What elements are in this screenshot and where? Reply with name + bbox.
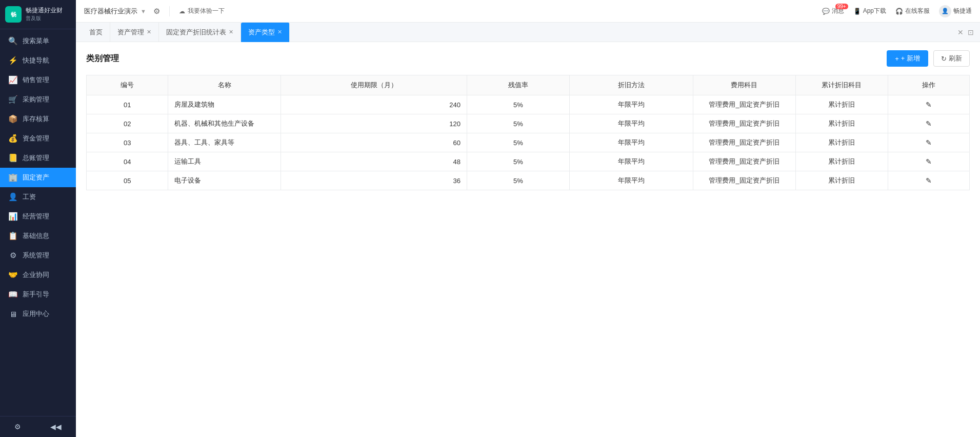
col-header-4: 折旧方法 bbox=[569, 75, 693, 95]
message-icon: 💬 bbox=[822, 8, 830, 15]
cell-1-7[interactable]: ✎ bbox=[888, 114, 969, 133]
logo-sub: 普及版 bbox=[26, 15, 63, 22]
messages-button[interactable]: 💬 消息 99+ bbox=[822, 7, 844, 15]
nav-icon-14: 🖥 bbox=[8, 310, 17, 319]
sidebar-item-0[interactable]: 🔍搜索菜单 bbox=[0, 31, 76, 51]
col-header-6: 累计折旧科目 bbox=[795, 75, 888, 95]
topbar-right: 💬 消息 99+ 📱 App下载 🎧 在线客服 👤 畅捷通 bbox=[822, 5, 972, 17]
cell-4-0: 05 bbox=[87, 171, 168, 190]
cell-0-7[interactable]: ✎ bbox=[888, 95, 969, 114]
settings-icon[interactable]: ⚙ bbox=[153, 7, 160, 16]
sidebar-item-1[interactable]: ⚡快捷导航 bbox=[0, 51, 76, 70]
refresh-icon: ↻ bbox=[941, 55, 947, 63]
logo-text: 畅捷通好业财 bbox=[26, 7, 63, 15]
cell-1-5: 管理费用_固定资产折旧 bbox=[693, 114, 795, 133]
nav-icon-5: 💰 bbox=[8, 134, 17, 143]
settings-button[interactable]: ⚙ bbox=[10, 421, 25, 433]
nav-label-5: 资金管理 bbox=[23, 134, 49, 143]
nav-label-13: 新手引导 bbox=[23, 290, 49, 299]
cell-2-4: 年限平均 bbox=[569, 133, 693, 152]
cell-3-7[interactable]: ✎ bbox=[888, 152, 969, 171]
window-controls: ✕ ⊡ bbox=[957, 28, 974, 36]
nav-label-9: 经营管理 bbox=[23, 212, 49, 221]
maximize-button[interactable]: ⊡ bbox=[968, 28, 974, 36]
tab-close-2[interactable]: ✕ bbox=[229, 29, 233, 35]
col-header-7: 操作 bbox=[888, 75, 969, 95]
tab-0[interactable]: 首页 bbox=[82, 23, 110, 42]
app-download-button[interactable]: 📱 App下载 bbox=[853, 7, 886, 15]
cell-4-1: 电子设备 bbox=[168, 171, 281, 190]
cell-1-2: 120 bbox=[281, 114, 467, 133]
tab-label-2: 固定资产折旧统计表 bbox=[166, 28, 226, 37]
user-menu[interactable]: 👤 畅捷通 bbox=[939, 5, 972, 17]
cell-1-3: 5% bbox=[467, 114, 569, 133]
sidebar-item-4[interactable]: 📦库存核算 bbox=[0, 109, 76, 129]
cell-2-1: 器具、工具、家具等 bbox=[168, 133, 281, 152]
nav-label-0: 搜索菜单 bbox=[23, 36, 49, 46]
messages-badge: 99+ bbox=[835, 4, 848, 9]
sidebar-item-9[interactable]: 📊经营管理 bbox=[0, 207, 76, 226]
tab-2[interactable]: 固定资产折旧统计表✕ bbox=[159, 23, 241, 42]
nav-label-1: 快捷导航 bbox=[23, 56, 49, 65]
nav-icon-1: ⚡ bbox=[8, 56, 17, 65]
tab-label-0: 首页 bbox=[89, 28, 103, 37]
nav-label-14: 应用中心 bbox=[23, 309, 49, 319]
cell-3-1: 运输工具 bbox=[168, 152, 281, 171]
table-row: 04运输工具485%年限平均管理费用_固定资产折旧累计折旧✎ bbox=[87, 152, 970, 171]
table-row: 03器具、工具、家具等605%年限平均管理费用_固定资产折旧累计折旧✎ bbox=[87, 133, 970, 152]
nav-label-7: 固定资产 bbox=[23, 173, 49, 182]
nav-icon-3: 🛒 bbox=[8, 95, 17, 104]
sidebar-item-11[interactable]: ⚙系统管理 bbox=[0, 246, 76, 265]
nav-icon-2: 📈 bbox=[8, 75, 17, 85]
nav-label-2: 销售管理 bbox=[23, 75, 49, 85]
plus-icon: + bbox=[895, 55, 899, 63]
tabs-bar: 首页资产管理✕固定资产折旧统计表✕资产类型✕ ✕ ⊡ bbox=[76, 23, 980, 42]
chevron-down-icon: ▼ bbox=[141, 8, 146, 14]
nav-label-8: 工资 bbox=[23, 192, 36, 202]
cell-0-1: 房屋及建筑物 bbox=[168, 95, 281, 114]
tab-close-1[interactable]: ✕ bbox=[147, 29, 151, 35]
cell-4-7[interactable]: ✎ bbox=[888, 171, 969, 190]
sidebar-item-6[interactable]: 📒总账管理 bbox=[0, 148, 76, 168]
cell-0-4: 年限平均 bbox=[569, 95, 693, 114]
col-header-5: 费用科目 bbox=[693, 75, 795, 95]
logo-icon: 畅 bbox=[5, 6, 22, 23]
topbar: 医疗器械行业演示 ▼ ⚙ ☁ 我要体验一下 💬 消息 99+ 📱 App下载 🎧… bbox=[76, 0, 980, 23]
nav-label-6: 总账管理 bbox=[23, 153, 49, 163]
add-button[interactable]: + + 新增 bbox=[887, 50, 928, 67]
nav-icon-6: 📒 bbox=[8, 153, 17, 163]
sidebar-item-8[interactable]: 👤工资 bbox=[0, 187, 76, 207]
cloud-icon: ☁ bbox=[179, 8, 185, 15]
nav-label-10: 基础信息 bbox=[23, 231, 49, 241]
cell-1-4: 年限平均 bbox=[569, 114, 693, 133]
table-row: 02机器、机械和其他生产设备1205%年限平均管理费用_固定资产折旧累计折旧✎ bbox=[87, 114, 970, 133]
sidebar-item-7[interactable]: 🏢固定资产 bbox=[0, 168, 76, 187]
divider bbox=[169, 6, 170, 16]
sidebar-item-12[interactable]: 🤝企业协同 bbox=[0, 265, 76, 285]
nav-icon-8: 👤 bbox=[8, 192, 17, 202]
sidebar-item-2[interactable]: 📈销售管理 bbox=[0, 70, 76, 90]
content-area: 类别管理 + + 新增 ↻ 刷新 编号名称使用期限（月）残值率折旧方法费用科目累… bbox=[76, 42, 980, 437]
refresh-button[interactable]: ↻ 刷新 bbox=[933, 50, 970, 67]
module-selector[interactable]: 医疗器械行业演示 ▼ bbox=[84, 7, 146, 16]
tab-close-3[interactable]: ✕ bbox=[277, 29, 282, 35]
sidebar-item-5[interactable]: 💰资金管理 bbox=[0, 129, 76, 148]
tab-1[interactable]: 资产管理✕ bbox=[110, 23, 159, 42]
minimize-button[interactable]: ✕ bbox=[957, 28, 964, 36]
cell-2-7[interactable]: ✎ bbox=[888, 133, 969, 152]
sidebar-item-14[interactable]: 🖥应用中心 bbox=[0, 304, 76, 324]
sidebar-bottom: ⚙ ◀◀ bbox=[0, 416, 76, 437]
online-service-button[interactable]: 🎧 在线客服 bbox=[895, 7, 930, 15]
sidebar-item-10[interactable]: 📋基础信息 bbox=[0, 226, 76, 246]
nav-label-12: 企业协同 bbox=[23, 270, 49, 280]
nav-label-3: 采购管理 bbox=[23, 95, 49, 104]
collapse-button[interactable]: ◀◀ bbox=[46, 421, 66, 433]
tab-3[interactable]: 资产类型✕ bbox=[241, 23, 290, 42]
sidebar-item-13[interactable]: 📖新手引导 bbox=[0, 285, 76, 304]
experience-button[interactable]: ☁ 我要体验一下 bbox=[179, 7, 225, 15]
module-name: 医疗器械行业演示 bbox=[84, 7, 137, 16]
nav-label-4: 库存核算 bbox=[23, 114, 49, 124]
asset-type-table: 编号名称使用期限（月）残值率折旧方法费用科目累计折旧科目操作 01房屋及建筑物2… bbox=[86, 75, 970, 190]
cell-0-5: 管理费用_固定资产折旧 bbox=[693, 95, 795, 114]
sidebar-item-3[interactable]: 🛒采购管理 bbox=[0, 90, 76, 109]
